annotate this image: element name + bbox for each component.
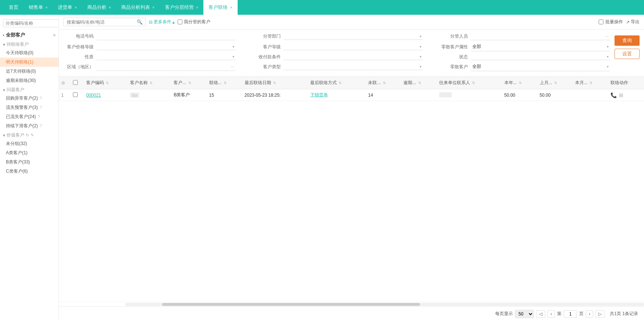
cust-type-select[interactable]: ▾ [284,63,423,70]
price-level-select[interactable]: ▾ [97,44,236,50]
more-conditions-btn[interactable]: ⊟ 更多条件 ▴ [149,19,175,25]
dept-select[interactable]: ▾ [284,33,423,40]
chevron-up-icon: ▴ [172,20,175,25]
per-page-select[interactable]: 50 100 200 [515,310,534,318]
td-code[interactable]: 000021 [84,89,128,101]
sort-icon[interactable]: ⇅ [472,81,475,85]
sidebar-item-today[interactable]: 今天待联络(0) [0,48,59,58]
filter-row-2: 客户价格等级 ▾ 客户等级 ▾ [63,42,610,51]
edit-icon[interactable]: ✎ [31,133,34,138]
page-input[interactable] [564,310,577,318]
batch-checkbox[interactable] [599,20,603,24]
sidebar-item-churned[interactable]: 已流失客户(24) ? [0,112,59,121]
sidebar-item-repurchase-abnormal[interactable]: 回购异常客户(2) ? [0,94,59,103]
collapse-icon[interactable]: « [53,32,56,38]
settings-button[interactable]: 设置 [615,49,640,59]
sort-icon[interactable]: ⇅ [106,81,109,85]
td-unit-contact [437,89,502,101]
sidebar-item-tomorrow[interactable]: 明天待联络(1) [0,58,59,67]
page-next-icon[interactable]: › [586,310,593,318]
group-title-problem[interactable]: ▾ 问题客户 [0,85,59,94]
td-last-contact-method[interactable]: 下销货单 [308,89,366,101]
page-prev-icon[interactable]: ‹ [547,310,555,318]
th-checkbox [71,77,84,89]
filter-cell-dept: 分管部门 ▾ [251,33,423,40]
nav-item-sales[interactable]: 销售单 × [24,0,53,15]
page-left-icon[interactable]: ◁ [536,310,545,318]
select-all-checkbox[interactable] [73,80,78,85]
sort-icon[interactable]: ⇅ [339,81,342,85]
sidebar-item-class-a[interactable]: A类客户(1) [0,148,59,158]
search-wrap: 🔍 [63,18,146,26]
nature-label: 性质 [63,54,97,60]
th-code: 客户编码 ⇅ [84,77,128,89]
search-icon[interactable]: 🔍 [137,19,143,25]
close-icon[interactable]: × [45,5,48,10]
sort-icon[interactable]: ⇅ [188,81,191,85]
group-title-pending[interactable]: ▾ 待联络客户 [0,40,59,48]
nav-home[interactable]: 首页 [4,0,24,15]
sort-icon[interactable]: ⇅ [150,81,153,85]
nav-item-customer-tier[interactable]: 客户分层经营 × [160,0,203,15]
sort-icon[interactable]: ⇅ [273,81,276,85]
close-icon[interactable]: × [230,5,232,10]
page-right-icon[interactable]: ▷ [595,310,605,318]
export-btn[interactable]: ↗ 导出 [626,19,640,25]
gear-icon[interactable]: ⚙ [61,80,65,86]
sidebar-item-class-c[interactable]: C类客户(6) [0,167,59,176]
chevron-down-icon: ▾ [420,34,421,38]
td-this-year: 50.00 [502,89,538,101]
scatter-cust-select[interactable]: 全部 ▾ [471,62,610,71]
sort-icon[interactable]: ⇅ [224,81,227,85]
sidebar-item-overdue[interactable]: 逾期未联络(30) [0,76,59,85]
nav-item-analysis[interactable]: 商品分析 × [82,0,116,15]
nav-item-purchase[interactable]: 进货单 × [53,0,82,15]
total-label: 共1页 1条记录 [610,311,638,317]
sidebar-search-input[interactable] [3,19,59,27]
phone-input[interactable] [97,32,236,40]
help-icon: ? [38,114,40,119]
td-this-month [573,89,608,101]
nav-item-analysis-list[interactable]: 商品分析列表 × [116,0,160,15]
sort-icon[interactable]: ⇅ [554,81,557,85]
th-no-contact: 未联... ⇅ [366,77,401,89]
manager-more-icon[interactable]: ··· [605,34,609,39]
dept-label: 分管部门 [251,33,284,39]
sort-icon[interactable]: ⇅ [519,81,522,85]
price-level-label: 客户价格等级 [63,44,97,50]
refresh-icon[interactable]: ↻ [26,133,29,138]
close-icon[interactable]: × [109,5,111,10]
sidebar-item-declining[interactable]: 持续下滑客户(2) ? [0,121,59,131]
th-this-month: 本月... ⇅ [573,77,608,89]
scrollbar-thumb[interactable] [162,303,420,306]
query-button[interactable]: 查询 [615,35,640,46]
sort-icon[interactable]: ⇅ [418,81,421,85]
nav-item-customer-contact[interactable]: 客户联络 × [203,0,237,15]
close-icon[interactable]: × [196,5,198,10]
customer-level-select[interactable]: ▾ [284,44,423,50]
advanced-filters: 电话号码 分管部门 ▾ 分管人员 [59,30,644,77]
status-select[interactable]: ▾ [471,54,610,60]
sidebar-all-customers[interactable]: ▪ 全部客户 « [0,30,59,40]
sidebar-item-ungrouped[interactable]: 未分组(32) [0,139,59,148]
batch-ops-btn[interactable]: 批量操作 [599,19,623,25]
action-grid-icon[interactable]: ⊞ [619,92,623,98]
close-icon[interactable]: × [152,5,154,10]
sidebar-item-7days[interactable]: 近7天待联络(0) [0,67,59,76]
sort-icon[interactable]: ⇅ [383,81,386,85]
group-title-value[interactable]: ▾ 价值客户 ↻ ✎ [0,131,59,139]
payment-select[interactable]: ▾ [284,54,423,60]
nature-select[interactable]: ▾ [97,54,236,60]
sidebar-item-class-b[interactable]: B类客户(33) [0,158,59,167]
scatter-attr-select[interactable]: 全部 ▾ [471,42,610,51]
table-header-row: ⚙ 客户编码 ⇅ 客户名称 ⇅ [59,77,644,89]
search-input[interactable] [67,20,137,25]
row-checkbox[interactable] [73,92,78,97]
region-more-icon[interactable]: ··· [231,64,234,69]
filter-cell-cust-type: 客户类型 ▾ [251,63,423,70]
close-icon[interactable]: × [74,5,77,10]
my-customers-checkbox[interactable] [178,20,182,24]
sidebar-item-churn-warning[interactable]: 流失预警客户(3) ? [0,103,59,112]
sort-icon[interactable]: ⇅ [589,81,592,85]
action-phone-icon[interactable]: 📞 [610,92,617,98]
